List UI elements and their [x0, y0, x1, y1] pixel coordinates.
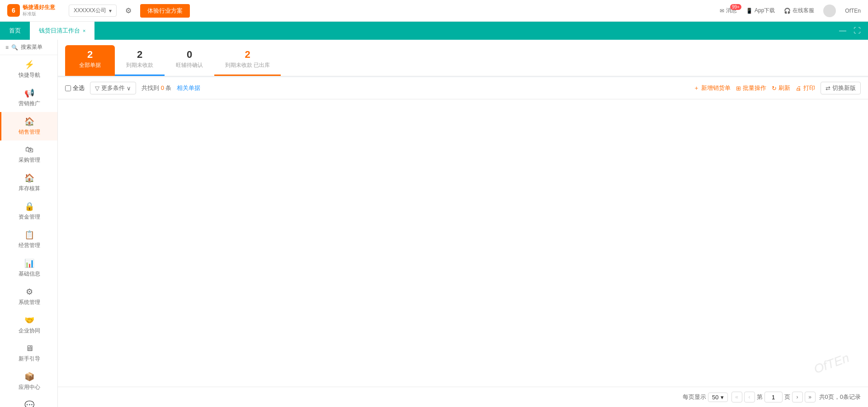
stat-tab-all[interactable]: 2 全部单据: [65, 45, 115, 76]
inventory-label: 库存核算: [19, 185, 40, 192]
found-count: 0: [161, 84, 164, 91]
next-page-btn[interactable]: ›: [792, 392, 803, 402]
stat-tab-wangwang[interactable]: 0 旺辅待确认: [165, 45, 214, 76]
header-right: ✉ 消息 99+ 📱 App下载 🎧 在线客服 OfTEn: [720, 5, 861, 17]
footer-pagination: 每页显示 50 ▾ « ‹ 第 页 › » 共0页，0条记录: [58, 387, 868, 407]
per-page-value: 50: [712, 394, 718, 401]
stat-wangwang-number: 0: [175, 49, 203, 61]
purchase-icon: 🛍: [25, 145, 33, 154]
company-selector[interactable]: XXXXXX公司 ▾: [69, 5, 117, 17]
stat-overdue-number: 2: [126, 49, 154, 61]
stat-tab-overdue-out[interactable]: 2 到期未收款 已出库: [214, 45, 281, 76]
print-btn[interactable]: 🖨 打印: [796, 84, 815, 92]
sidebar-item-operations[interactable]: 📋 经营管理: [0, 225, 57, 254]
filter-label: 更多条件: [101, 84, 125, 92]
sidebar-item-guide[interactable]: 🖥 新手引导: [0, 339, 57, 367]
page-nav: « ‹ 第 页 › »: [731, 392, 816, 402]
home-tab-label: 首页: [9, 27, 21, 35]
tab-home[interactable]: 首页: [0, 22, 30, 40]
finance-label: 资金管理: [19, 213, 40, 221]
sidebar-item-purchase[interactable]: 🛍 采购管理: [0, 140, 57, 168]
company-dropdown-icon: ▾: [109, 8, 112, 14]
basic-info-label: 基础信息: [19, 270, 40, 278]
stat-all-number: 2: [76, 49, 104, 61]
checkbox-input[interactable]: [65, 85, 71, 91]
switch-icon: ⇄: [826, 85, 830, 92]
select-all-label: 全选: [73, 84, 85, 92]
stats-tabs: 2 全部单据 2 到期未收款 0 旺辅待确认 2 到期未收款 已出库: [58, 40, 868, 76]
active-tab-label: 钱货日清工作台: [39, 27, 80, 35]
avatar[interactable]: [823, 5, 836, 17]
batch-icon: ⊞: [736, 85, 741, 92]
logo-text-area: 畅捷通好生意 标准版: [23, 4, 55, 17]
experience-btn[interactable]: 体验行业方案: [140, 4, 190, 18]
switch-version-btn[interactable]: ⇄ 切换新版: [821, 82, 861, 94]
settings-icon[interactable]: ⚙: [122, 5, 135, 17]
batch-label: 批量操作: [743, 84, 766, 92]
refresh-btn[interactable]: ↻ 刷新: [772, 84, 790, 92]
system-label: 系统管理: [19, 299, 40, 306]
page-label: 第: [757, 393, 763, 401]
tab-maximize-btn[interactable]: ⛶: [852, 25, 863, 36]
message-item[interactable]: ✉ 消息 99+: [720, 7, 737, 14]
wechat-icon: 💬: [24, 400, 34, 407]
sidebar-item-inventory[interactable]: 🏠 库存核算: [0, 168, 57, 197]
sales-icon: 🏠: [24, 117, 34, 126]
search-icon: ≡: [5, 44, 9, 51]
refresh-icon: ↻: [772, 85, 777, 92]
sidebar-search[interactable]: ≡ 🔍 搜索菜单: [0, 40, 57, 55]
app-download-label: App下载: [755, 7, 775, 14]
per-page-dropdown[interactable]: 50 ▾: [708, 393, 727, 402]
sidebar-item-marketing[interactable]: 📢 营销推广: [0, 84, 57, 112]
tab-nav: 首页 钱货日清工作台 × — ⛶: [0, 22, 868, 40]
switch-label: 切换新版: [832, 84, 856, 92]
content-area: 2 全部单据 2 到期未收款 0 旺辅待确认 2 到期未收款 已出库 全选: [58, 40, 868, 407]
sidebar-item-sales[interactable]: 🏠 销售管理: [0, 112, 57, 140]
page-size-select: 每页显示 50 ▾: [683, 393, 727, 402]
phone-icon: 📱: [746, 8, 753, 14]
tab-minimize-btn[interactable]: —: [837, 25, 848, 36]
found-prefix: 共找到: [142, 84, 159, 91]
sales-label: 销售管理: [19, 128, 40, 136]
tab-work-platform[interactable]: 钱货日清工作台 ×: [30, 22, 94, 40]
finance-icon: 🔒: [24, 201, 34, 211]
main-layout: ≡ 🔍 搜索菜单 ⚡ 快捷导航 📢 营销推广 🏠 销售管理 🛍 采购管理 🏠 库…: [0, 40, 868, 407]
username: OfTEn: [845, 8, 861, 14]
tab-close-icon[interactable]: ×: [83, 28, 85, 33]
add-icon: ＋: [693, 84, 699, 92]
sidebar-item-quick-nav[interactable]: ⚡ 快捷导航: [0, 55, 57, 84]
filter-icon: ▽: [95, 85, 99, 92]
filter-button[interactable]: ▽ 更多条件 ∨: [90, 82, 136, 94]
quick-nav-label: 快捷导航: [19, 71, 40, 79]
sidebar-item-finance[interactable]: 🔒 资金管理: [0, 197, 57, 225]
message-icon: ✉: [720, 8, 724, 14]
online-service-label: 在线客服: [793, 7, 814, 14]
pagination-summary: 共0页，0条记录: [819, 393, 861, 401]
sidebar-item-basic-info[interactable]: 📊 基础信息: [0, 254, 57, 282]
enterprise-icon: 🤝: [24, 315, 34, 325]
stat-tab-overdue[interactable]: 2 到期未收款: [115, 45, 165, 76]
select-all-checkbox[interactable]: 全选: [65, 84, 85, 92]
per-page-chevron: ▾: [721, 394, 724, 401]
add-sales-btn[interactable]: ＋ 新增销货单: [693, 84, 731, 92]
page-input[interactable]: [764, 392, 783, 402]
sidebar-item-wechat[interactable]: 💬 企业微信: [0, 396, 57, 407]
per-page-label: 每页显示: [683, 393, 706, 401]
logo-area: 6 畅捷通好生意 标准版: [7, 4, 65, 17]
last-page-btn[interactable]: »: [805, 392, 816, 402]
related-docs-link[interactable]: 相关单据: [177, 84, 200, 92]
batch-operation-btn[interactable]: ⊞ 批量操作: [736, 84, 766, 92]
table-area: [58, 99, 868, 387]
online-service-item[interactable]: 🎧 在线客服: [784, 7, 814, 14]
guide-icon: 🖥: [25, 344, 33, 353]
sidebar-item-enterprise[interactable]: 🤝 企业协同: [0, 311, 57, 339]
stat-all-label: 全部单据: [76, 61, 104, 69]
sidebar-item-app-center[interactable]: 📦 应用中心: [0, 367, 57, 396]
app-download-item[interactable]: 📱 App下载: [746, 7, 775, 14]
prev-page-btn[interactable]: ‹: [744, 392, 755, 402]
sidebar-item-system[interactable]: ⚙ 系统管理: [0, 282, 57, 311]
guide-label: 新手引导: [19, 355, 40, 363]
first-page-btn[interactable]: «: [731, 392, 742, 402]
stat-overdue-out-number: 2: [225, 49, 270, 61]
page-suffix: 页: [784, 393, 790, 401]
